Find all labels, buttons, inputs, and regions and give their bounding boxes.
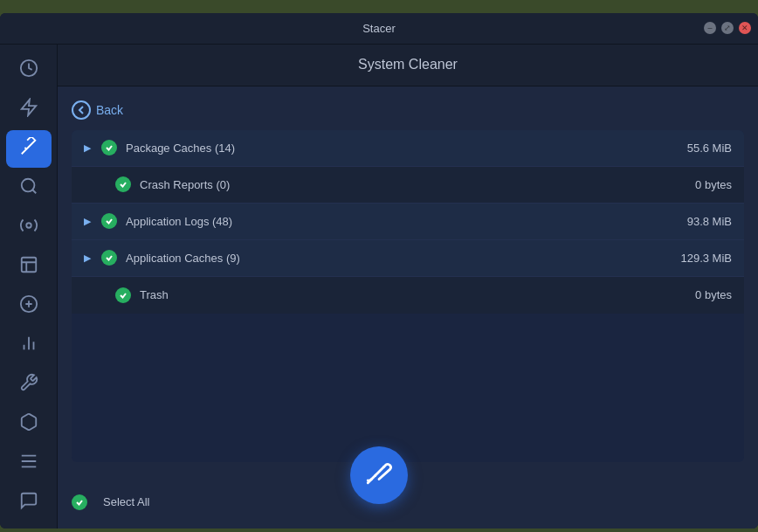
table-row[interactable]: ▶ Application Caches (9) 129.3 MiB [72, 240, 744, 277]
table-row[interactable]: Trash 0 bytes [72, 277, 744, 314]
close-button[interactable]: ✕ [739, 22, 751, 34]
select-all-check-icon [72, 494, 87, 510]
svg-point-1 [21, 178, 34, 191]
table-row[interactable]: ▶ Package Caches (14) 55.6 MiB [72, 130, 744, 167]
row-size: 55.6 MiB [653, 142, 732, 155]
content-area: Back ▶ Package Caches (14) 55.6 MiB [58, 86, 758, 476]
sidebar-item-apt[interactable] [6, 405, 52, 443]
sidebar-item-tools[interactable] [6, 366, 52, 404]
tools-icon [19, 373, 38, 397]
terminal-icon [19, 491, 38, 515]
sidebar-item-search[interactable] [6, 169, 52, 207]
check-icon [115, 287, 131, 303]
check-icon [101, 140, 117, 155]
sidebar-item-cleaner[interactable] [6, 130, 52, 168]
select-all-button[interactable]: Select All [72, 494, 149, 510]
check-icon [115, 176, 131, 192]
title-bar-controls: – ⤢ ✕ [704, 22, 751, 34]
sidebar-item-resources[interactable] [6, 287, 52, 325]
check-icon [101, 250, 117, 266]
sidebar-item-uninstaller[interactable] [6, 248, 52, 286]
settings-icon [19, 452, 38, 475]
back-arrow-icon [72, 100, 91, 120]
svg-point-8 [382, 466, 385, 468]
back-button[interactable]: Back [72, 100, 123, 120]
dashboard-icon [19, 59, 38, 82]
row-label: Application Caches (9) [126, 252, 653, 265]
title-bar: Stacer – ⤢ ✕ [0, 13, 758, 45]
resources-icon [19, 294, 38, 318]
expand-icon: ▶ [84, 252, 94, 264]
page-title: System Cleaner [358, 57, 458, 73]
row-label: Application Logs (48) [126, 215, 653, 228]
clean-button[interactable] [350, 446, 408, 504]
page-header: System Cleaner [58, 45, 758, 86]
sidebar [0, 45, 58, 529]
back-label: Back [96, 103, 123, 117]
row-label: Package Caches (14) [126, 142, 653, 155]
sidebar-item-services[interactable] [6, 209, 52, 246]
select-all-label: Select All [103, 495, 149, 508]
services-icon [19, 216, 38, 239]
clean-button-container [350, 446, 408, 504]
apt-icon [19, 412, 38, 436]
check-icon [101, 213, 117, 229]
svg-point-2 [26, 223, 31, 228]
minimize-button[interactable]: – [704, 22, 716, 34]
startup-icon [19, 98, 38, 121]
expand-icon: ▶ [84, 142, 94, 154]
sidebar-item-terminal[interactable] [6, 484, 52, 522]
table-row[interactable]: ▶ Application Logs (48) 93.8 MiB [72, 204, 744, 240]
clean-broom-icon [364, 457, 394, 493]
title-bar-title: Stacer [362, 22, 396, 35]
uninstaller-icon [19, 255, 38, 279]
footer: Select All [58, 476, 758, 529]
cleaner-icon [19, 137, 38, 161]
sidebar-item-dashboard[interactable] [6, 52, 52, 89]
search-icon [19, 176, 38, 200]
items-table: ▶ Package Caches (14) 55.6 MiB [72, 130, 744, 462]
sidebar-item-settings[interactable] [6, 445, 52, 482]
row-label: Crash Reports (0) [140, 178, 653, 191]
row-size: 0 bytes [653, 178, 732, 191]
svg-rect-3 [21, 257, 36, 272]
sidebar-item-stats[interactable] [6, 327, 52, 364]
row-label: Trash [140, 288, 653, 301]
app-window: Stacer – ⤢ ✕ [0, 13, 758, 529]
table-row[interactable]: Crash Reports (0) 0 bytes [72, 167, 744, 204]
sidebar-item-startup[interactable] [6, 91, 52, 128]
expand-icon: ▶ [84, 216, 94, 227]
row-size: 93.8 MiB [653, 215, 732, 228]
row-size: 0 bytes [653, 288, 732, 301]
restore-button[interactable]: ⤢ [721, 22, 734, 34]
stats-icon [19, 334, 38, 357]
main-content: System Cleaner Back ▶ [58, 45, 758, 529]
row-size: 129.3 MiB [653, 252, 732, 265]
